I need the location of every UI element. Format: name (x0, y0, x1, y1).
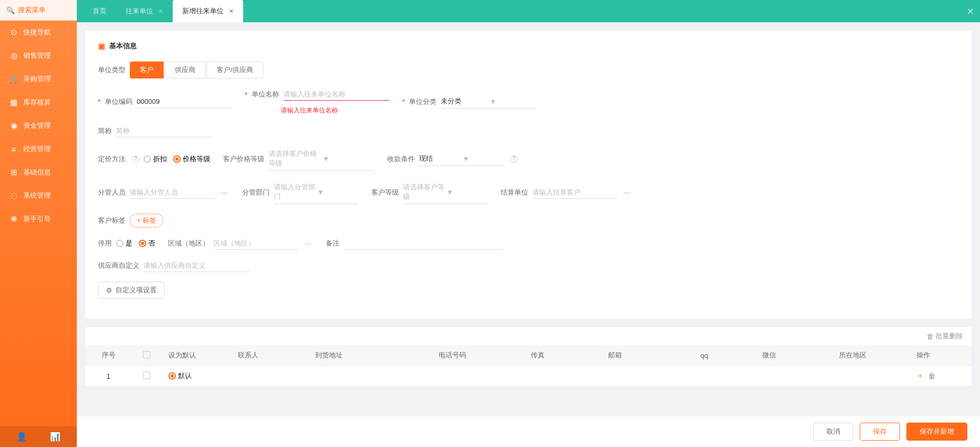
manager-input[interactable] (130, 186, 215, 199)
sidebar-item-label: 销售管理 (23, 51, 51, 60)
supplier-custom-group: 供应商自定义 (98, 259, 250, 272)
row-phone-input[interactable] (439, 372, 519, 380)
sidebar-item-purchase[interactable]: 🛒 采购管理 (0, 67, 77, 91)
tab-bar: 首页 往来单位 ✕ 新增往来单位 ✕ ✕ (77, 0, 980, 22)
cancel-button[interactable]: 取消 (813, 423, 853, 441)
unit-category-select[interactable]: 未分类 ▼ (441, 94, 536, 109)
region-group: 区域（地区） ··· (168, 237, 313, 250)
pricing-info-icon[interactable]: ? (132, 155, 139, 163)
tab-home[interactable]: 首页 (83, 0, 116, 22)
row-area[interactable] (833, 366, 910, 387)
add-tag-button[interactable]: + 标签 (130, 214, 163, 227)
row-email[interactable] (602, 366, 694, 387)
col-header-action: 操作 (910, 345, 972, 366)
close-all-tabs[interactable]: ✕ (967, 6, 974, 16)
settlement-group: 结算单位 ··· (501, 186, 632, 199)
delete-icon: 🗑 (926, 332, 933, 340)
remarks-input[interactable] (344, 237, 503, 250)
tab-new-partner-close[interactable]: ✕ (229, 8, 234, 15)
sidebar-item-label: 库存核算 (23, 98, 51, 107)
header-checkbox[interactable] (143, 351, 150, 358)
supplier-custom-input[interactable] (144, 259, 250, 272)
row-qq[interactable] (694, 366, 755, 387)
row-phone[interactable] (432, 366, 525, 387)
col-header-default: 设为默认 (162, 345, 231, 366)
custom-settings-button[interactable]: ⚙ 自定义项设置 (98, 282, 165, 299)
unit-code-input[interactable] (137, 95, 232, 108)
radio-no-circle (139, 240, 146, 247)
sidebar-search[interactable]: 🔍 搜索菜单 (0, 0, 77, 21)
customer-level-select[interactable]: 请选择客户等级 ▼ (403, 180, 488, 204)
sidebar-item-basic-info[interactable]: ⊞ 基础信息 (0, 161, 77, 184)
row-delete-button[interactable]: 🗑 (928, 372, 936, 380)
radio-price-level-circle (173, 155, 181, 163)
row-default[interactable]: 默认 (162, 366, 231, 387)
region-more-icon[interactable]: ··· (302, 239, 313, 248)
row-checkbox-input[interactable] (143, 372, 150, 379)
required-star: * (98, 98, 101, 106)
section-title-icon: ▣ (98, 42, 105, 50)
payment-terms-select[interactable]: 现结 ▼ (419, 152, 504, 166)
payment-terms-value: 现结 (419, 154, 460, 163)
radio-no-label: 否 (148, 239, 155, 248)
type-btn-customer[interactable]: 客户 (130, 62, 164, 78)
row-fax[interactable] (524, 366, 601, 387)
save-new-button[interactable]: 保存并新增 (906, 423, 967, 441)
payment-info-icon[interactable]: ? (510, 155, 518, 163)
sidebar-item-inventory[interactable]: ▦ 库存核算 (0, 91, 77, 114)
row-wechat[interactable] (756, 366, 833, 387)
radio-price-level[interactable]: 价格等级 (173, 154, 210, 164)
settlement-input[interactable] (532, 186, 617, 199)
batch-delete-button[interactable]: 🗑 批量删除 (926, 331, 963, 341)
col-header-checkbox[interactable] (131, 345, 162, 366)
sidebar-item-operations[interactable]: ≡ 经营管理 (0, 137, 77, 161)
custom-settings-label: 自定义项设置 (115, 285, 157, 295)
row-area-input[interactable] (839, 372, 903, 380)
tab-partners[interactable]: 往来单位 ✕ (116, 0, 173, 22)
row-fax-input[interactable] (531, 372, 595, 380)
disable-row: 停用 是 否 区域（地区） ··· (98, 237, 959, 250)
sidebar: 🔍 搜索菜单 ⊙ 快捷导航 ◎ 销售管理 🛒 采购管理 ▦ 库存核算 ◉ 资金管… (0, 0, 77, 447)
settlement-label: 结算单位 (501, 188, 528, 197)
chart-icon[interactable]: 📊 (50, 432, 60, 442)
department-select[interactable]: 请输入分管部门 ▼ (274, 180, 359, 204)
tab-partners-close[interactable]: ✕ (158, 8, 163, 15)
row-contact[interactable] (231, 366, 308, 387)
row-add-button[interactable]: ＋ (916, 371, 924, 381)
sidebar-item-quick-nav[interactable]: ⊙ 快捷导航 (0, 21, 77, 44)
disable-radio-group: 是 否 (116, 239, 155, 248)
row-wechat-input[interactable] (762, 372, 826, 380)
pricing-row: 定价方法 ? 折扣 价格等级 客户价格等级 (98, 147, 959, 171)
system-icon: ◌ (8, 191, 19, 200)
gear-icon: ⚙ (106, 286, 112, 294)
type-btn-both[interactable]: 客户/供应商 (207, 62, 263, 78)
sidebar-item-label: 新手引导 (23, 214, 51, 224)
row-checkbox[interactable] (131, 366, 162, 387)
radio-no[interactable]: 否 (139, 239, 155, 248)
short-name-input[interactable] (116, 125, 211, 137)
region-input[interactable] (213, 237, 298, 250)
save-button[interactable]: 保存 (860, 423, 900, 441)
user-icon[interactable]: 👤 (16, 432, 27, 442)
sidebar-item-finance[interactable]: ◉ 资金管理 (0, 114, 77, 137)
row-email-input[interactable] (608, 372, 688, 380)
row-qq-input[interactable] (700, 372, 749, 380)
type-btn-supplier[interactable]: 供应商 (165, 62, 206, 78)
manager-more-icon[interactable]: ··· (219, 188, 229, 197)
sidebar-item-system[interactable]: ◌ 系统管理 (0, 184, 77, 207)
radio-yes[interactable]: 是 (116, 239, 132, 248)
row-address-input[interactable] (315, 372, 426, 380)
sidebar-item-guide[interactable]: ❋ 新手引导 (0, 207, 77, 231)
row-address[interactable] (309, 366, 432, 387)
finance-icon: ◉ (8, 121, 19, 130)
row-contact-input[interactable] (238, 372, 302, 380)
customer-price-level-select[interactable]: 请选择客户价格等级 ▼ (269, 147, 375, 171)
radio-discount[interactable]: 折扣 (144, 154, 167, 164)
disable-label: 停用 (98, 239, 112, 248)
settlement-more-icon[interactable]: ··· (621, 188, 632, 197)
row-default-radio[interactable]: 默认 (168, 371, 225, 381)
tab-new-partner[interactable]: 新增往来单位 ✕ (173, 0, 243, 22)
unit-name-input[interactable] (283, 88, 389, 101)
table-row: 1 默认 (85, 366, 972, 387)
sidebar-item-sales[interactable]: ◎ 销售管理 (0, 44, 77, 67)
